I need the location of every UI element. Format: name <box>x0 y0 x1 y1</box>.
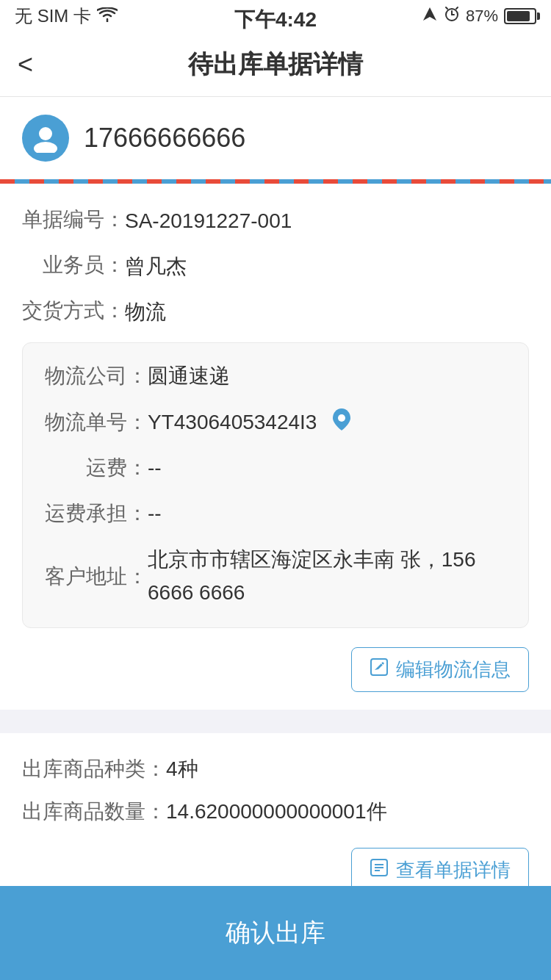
product-quantity-value: 14.620000000000001件 <box>166 798 387 826</box>
phone-number: 17666666666 <box>84 123 245 154</box>
product-quantity-row: 出库商品数量 14.620000000000001件 <box>22 798 529 826</box>
svg-line-4 <box>446 7 447 9</box>
alarm-icon <box>444 6 460 26</box>
delivery-method-value: 物流 <box>125 297 529 328</box>
svg-point-7 <box>34 142 57 153</box>
nav-bar: < 待出库单据详情 <box>0 32 551 97</box>
edit-logistics-label: 编辑物流信息 <box>396 657 511 682</box>
svg-marker-0 <box>423 7 436 21</box>
freight-bearer-row: 运费承担 -- <box>45 498 506 529</box>
goods-section: 出库商品种类 4种 出库商品数量 14.620000000000001件 查看单… <box>0 733 551 910</box>
freight-label: 运费 <box>45 454 148 482</box>
edit-logistics-button[interactable]: 编辑物流信息 <box>351 647 529 692</box>
phone-section: 17666666666 <box>0 97 551 179</box>
logistics-company-value: 圆通速递 <box>148 361 506 392</box>
confirm-outbound-button[interactable]: 确认出库 <box>22 901 529 965</box>
status-left: 无 SIM 卡 <box>15 4 118 28</box>
tracking-number-container: YT43064053424I3 <box>148 406 355 438</box>
status-right: 87% <box>422 6 536 26</box>
product-quantity-label: 出库商品数量 <box>22 798 166 826</box>
sales-person-label: 业务员 <box>22 251 125 279</box>
confirm-button-label: 确认出库 <box>226 916 325 950</box>
freight-bearer-value: -- <box>148 498 506 529</box>
list-icon <box>370 858 389 882</box>
product-types-value: 4种 <box>166 755 198 783</box>
battery-percent: 87% <box>466 7 498 26</box>
freight-row: 运费 -- <box>45 453 506 483</box>
battery-icon <box>504 8 536 24</box>
logistics-company-row: 物流公司 圆通速递 <box>45 361 506 392</box>
delivery-method-row: 交货方式 物流 <box>22 297 529 328</box>
address-label: 客户地址 <box>45 563 148 591</box>
edit-button-row: 编辑物流信息 <box>22 640 529 695</box>
view-details-label: 查看单据详情 <box>396 857 511 883</box>
document-number-label: 单据编号 <box>22 206 125 234</box>
tracking-number-label: 物流单号 <box>45 408 148 436</box>
svg-point-6 <box>39 127 52 140</box>
tracking-number-row: 物流单号 YT43064053424I3 <box>45 406 506 438</box>
document-number-value: SA-20191227-001 <box>125 206 529 237</box>
product-types-label: 出库商品种类 <box>22 755 166 783</box>
map-location-icon[interactable] <box>328 406 355 438</box>
product-types-row: 出库商品种类 4种 <box>22 755 529 783</box>
address-row: 客户地址 北京市市辖区海淀区永丰南 张，156 6666 6666 <box>45 544 506 610</box>
page-title: 待出库单据详情 <box>188 48 363 82</box>
confirm-button-wrapper: 确认出库 <box>0 886 551 980</box>
back-button[interactable]: < <box>18 49 33 80</box>
tracking-number-value: YT43064053424I3 <box>148 407 317 438</box>
sales-person-row: 业务员 曾凡杰 <box>22 251 529 282</box>
freight-value: -- <box>148 453 506 483</box>
location-status-icon <box>422 6 438 26</box>
logistics-company-label: 物流公司 <box>45 362 148 390</box>
avatar <box>22 115 69 162</box>
content: 17666666666 单据编号 SA-20191227-001 业务员 曾凡杰… <box>0 97 551 980</box>
logistics-card: 物流公司 圆通速递 物流单号 YT43064053424I3 运费 <box>22 342 529 628</box>
carrier-text: 无 SIM 卡 <box>15 4 91 28</box>
wifi-icon <box>97 6 118 26</box>
edit-icon <box>370 657 389 682</box>
svg-point-8 <box>338 414 345 422</box>
freight-bearer-label: 运费承担 <box>45 500 148 527</box>
svg-line-5 <box>456 7 458 9</box>
info-section: 单据编号 SA-20191227-001 业务员 曾凡杰 交货方式 物流 物流公… <box>0 184 551 710</box>
status-bar: 无 SIM 卡 下午4:42 87% <box>0 0 551 32</box>
address-value: 北京市市辖区海淀区永丰南 张，156 6666 6666 <box>148 544 506 610</box>
sales-person-value: 曾凡杰 <box>125 251 529 282</box>
delivery-method-label: 交货方式 <box>22 297 125 325</box>
section-separator <box>0 721 551 733</box>
document-number-row: 单据编号 SA-20191227-001 <box>22 206 529 237</box>
status-time: 下午4:42 <box>234 6 317 34</box>
